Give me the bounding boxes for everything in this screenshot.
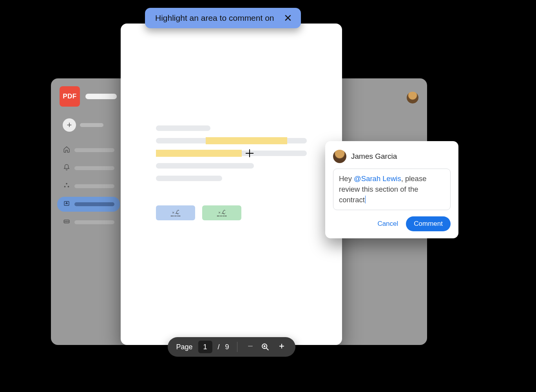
keyboard-icon (63, 218, 71, 227)
svg-point-0 (66, 183, 67, 184)
comment-author-name: James Garcia (351, 152, 397, 161)
bell-icon (63, 164, 71, 173)
text-highlight (206, 137, 287, 144)
signature-field-1[interactable]: ×ℒ (156, 205, 195, 220)
svg-point-7 (68, 221, 69, 222)
doc-text-line (156, 163, 254, 169)
document-page[interactable]: ×ℒ ×ℒ Page 1 / 9 (121, 24, 342, 345)
page-current-input[interactable]: 1 (198, 341, 212, 353)
user-avatar[interactable] (407, 92, 418, 103)
zoom-out-button[interactable] (245, 342, 255, 352)
page-toolbar: Page 1 / 9 (167, 337, 295, 357)
close-icon[interactable]: ✕ (284, 13, 292, 23)
comment-popover: James Garcia Hey @Sarah Lewis, please re… (325, 141, 458, 238)
comment-text-before: Hey (339, 174, 354, 183)
svg-point-6 (66, 221, 67, 222)
doc-text-line (156, 125, 210, 131)
sidebar-item-label (80, 123, 103, 127)
comment-input[interactable]: Hey @Sarah Lewis, please review this sec… (333, 169, 451, 210)
sidebar-item-label (74, 184, 114, 188)
plus-icon: + (63, 118, 76, 132)
shared-icon (63, 182, 71, 191)
cancel-button[interactable]: Cancel (377, 220, 398, 228)
svg-point-2 (68, 186, 69, 187)
sidebar-item-label (74, 148, 114, 152)
drive-icon (63, 200, 71, 209)
comment-mention[interactable]: @Sarah Lewis (354, 174, 401, 183)
sidebar-item-notifications[interactable] (57, 161, 120, 176)
zoom-in-button[interactable] (277, 342, 287, 352)
comment-button[interactable]: Comment (406, 216, 451, 231)
svg-line-12 (266, 348, 268, 350)
page-total: 9 (225, 343, 229, 351)
sidebar-item-shared[interactable] (57, 179, 120, 194)
sidebar-item-label (74, 202, 114, 206)
signature-field-2[interactable]: ×ℒ (202, 205, 241, 220)
svg-point-5 (65, 221, 66, 222)
doc-text-line (156, 138, 307, 143)
sidebar-new-button[interactable]: + (57, 118, 120, 132)
home-icon (63, 146, 71, 155)
tooltip-text: Highlight an area to comment on (155, 13, 274, 23)
highlight-tooltip: Highlight an area to comment on ✕ (145, 8, 301, 28)
signature-placeholder: ×ℒ (217, 210, 226, 216)
comment-author-avatar (333, 150, 346, 163)
doc-text-line (156, 151, 307, 156)
sidebar-item-label (74, 220, 114, 224)
svg-point-1 (64, 186, 66, 187)
doc-text-line (156, 176, 222, 181)
sidebar-item-other[interactable] (57, 215, 120, 230)
text-caret (365, 196, 366, 203)
text-highlight (156, 150, 242, 157)
pdf-app-badge: PDF (60, 86, 80, 107)
sidebar-item-home[interactable] (57, 143, 120, 158)
zoom-reset-button[interactable] (261, 343, 271, 351)
page-separator: / (218, 343, 220, 351)
page-label: Page (176, 343, 192, 351)
sidebar-item-label (74, 166, 114, 170)
title-placeholder (85, 94, 117, 99)
sidebar: + (57, 118, 120, 230)
sidebar-item-drive[interactable] (57, 197, 120, 212)
signature-placeholder: ×ℒ (171, 210, 180, 216)
